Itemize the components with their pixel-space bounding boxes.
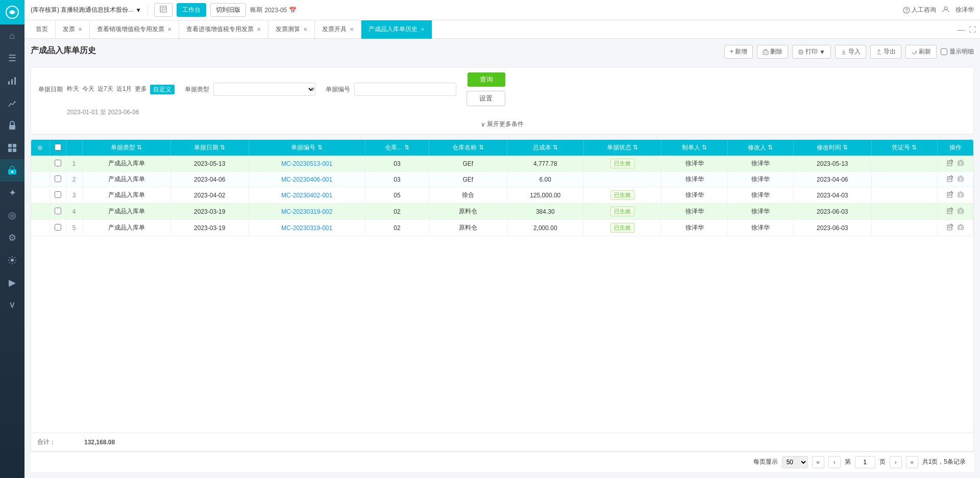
cell-checkbox[interactable]	[50, 204, 66, 220]
number-link[interactable]: MC-20230319-002	[281, 208, 332, 215]
type-filter-select[interactable]	[213, 83, 315, 96]
tab-invoice-close[interactable]: ✕	[78, 27, 82, 32]
number-link[interactable]: MC-20230319-001	[281, 224, 332, 232]
sidebar-item-settings[interactable]	[0, 249, 24, 271]
refresh-btn[interactable]: 刷新	[905, 45, 937, 59]
company-selector[interactable]: (库存核算) 直播轻跑通信息技术股份... ▼	[31, 6, 141, 14]
tab-purchase-vat-close[interactable]: ✕	[257, 27, 261, 32]
cell-checkbox[interactable]	[50, 156, 66, 172]
col-warehouse-name[interactable]: 仓库名称 ⇅	[429, 140, 507, 156]
sidebar-item-inventory[interactable]	[0, 159, 24, 182]
edit-icon[interactable]	[947, 207, 954, 216]
tab-home[interactable]: 首页	[29, 20, 56, 39]
query-btn[interactable]: 查询	[468, 72, 505, 87]
col-settings[interactable]: ⚙	[31, 140, 50, 156]
col-voucher[interactable]: 凭证号 ⇅	[871, 140, 937, 156]
date-more[interactable]: 更多	[135, 85, 147, 94]
cell-checkbox[interactable]	[50, 172, 66, 187]
support-btn[interactable]: 人工咨询	[903, 6, 936, 14]
tab-invoice-calc-close[interactable]: ✕	[303, 27, 307, 32]
new-btn[interactable]: + 新增	[724, 45, 753, 59]
delete-row-icon[interactable]	[957, 191, 964, 199]
tab-sales-vat-close[interactable]: ✕	[167, 27, 172, 32]
date-7days[interactable]: 近7天	[97, 85, 113, 94]
export-btn[interactable]: 导出	[870, 45, 901, 59]
tab-minimize-icon[interactable]: —	[958, 26, 965, 34]
edit-icon[interactable]	[947, 191, 954, 199]
delete-row-icon[interactable]	[957, 207, 964, 216]
prev-page-btn[interactable]: ‹	[828, 456, 841, 468]
tab-product-in-close[interactable]: ✕	[421, 27, 425, 32]
col-type[interactable]: 单据类型 ⇅	[82, 140, 170, 156]
app-logo[interactable]	[0, 0, 24, 24]
col-warehouse-code[interactable]: 仓库... ⇅	[365, 140, 429, 156]
cell-number[interactable]: MC-20230513-001	[249, 156, 365, 172]
cell-number[interactable]: MC-20230319-002	[249, 204, 365, 220]
cell-checkbox[interactable]	[50, 220, 66, 236]
expand-btn[interactable]: ∨ 展开更多条件	[481, 120, 524, 129]
workbench-btn[interactable]: 工作台	[177, 3, 206, 17]
sidebar-item-v[interactable]: V	[0, 294, 24, 316]
next-page-btn[interactable]: ›	[890, 456, 902, 468]
number-link[interactable]: MC-20230406-001	[281, 176, 332, 183]
sidebar-item-config[interactable]: ⚙	[0, 227, 24, 249]
edit-icon[interactable]	[947, 175, 954, 184]
tab-invoice[interactable]: 发票 ✕	[56, 20, 90, 39]
delete-row-icon[interactable]	[957, 159, 964, 168]
doc-template-btn[interactable]	[154, 3, 173, 17]
sidebar-item-chart[interactable]	[0, 69, 24, 92]
col-status[interactable]: 单据状态 ⇅	[583, 140, 662, 156]
col-date[interactable]: 单据日期 ⇅	[170, 140, 249, 156]
date-yesterday[interactable]: 昨天	[67, 85, 79, 94]
import-btn[interactable]: 导入	[835, 45, 866, 59]
tab-invoice-open-close[interactable]: ✕	[350, 27, 354, 32]
tab-sales-vat[interactable]: 查看销项增值税专用发票 ✕	[90, 20, 179, 39]
delete-row-icon[interactable]	[957, 175, 964, 184]
col-creator[interactable]: 制单人 ⇅	[662, 140, 727, 156]
user-name[interactable]: 徐泽华	[955, 6, 974, 14]
col-number[interactable]: 单据编号 ⇅	[249, 140, 365, 156]
sidebar-item-lock[interactable]	[0, 114, 24, 137]
sidebar-item-doc[interactable]: ☰	[0, 47, 24, 69]
number-filter-input[interactable]	[354, 83, 456, 96]
sidebar-item-home[interactable]: ⌂	[0, 24, 24, 47]
tab-invoice-calc[interactable]: 发票测算 ✕	[268, 20, 315, 39]
cell-number[interactable]: MC-20230402-001	[249, 187, 365, 204]
delete-btn[interactable]: 删除	[757, 45, 788, 59]
cell-number[interactable]: MC-20230319-001	[249, 220, 365, 236]
number-link[interactable]: MC-20230402-001	[281, 192, 332, 199]
date-1month[interactable]: 近1月	[116, 85, 132, 94]
date-custom[interactable]: 自定义	[150, 85, 175, 94]
sidebar-item-analytics[interactable]	[0, 92, 24, 114]
select-all-checkbox[interactable]	[55, 144, 61, 150]
date-today[interactable]: 今天	[82, 85, 94, 94]
cell-number[interactable]: MC-20230406-001	[249, 172, 365, 187]
col-select-all[interactable]	[50, 140, 66, 156]
tab-product-in[interactable]: 产成品入库单历史 ✕	[361, 20, 432, 39]
page-number-input[interactable]	[855, 456, 875, 468]
show-detail-toggle[interactable]: 显示明细	[941, 47, 974, 56]
switch-btn[interactable]: 切到旧版	[210, 3, 246, 17]
tab-maximize-icon[interactable]: ⛶	[969, 26, 976, 34]
tab-invoice-open[interactable]: 发票开具 ✕	[315, 20, 361, 39]
col-total-cost[interactable]: 总成本 ⇅	[507, 140, 583, 156]
sidebar-item-stamp[interactable]: ✦	[0, 182, 24, 204]
sidebar-item-video[interactable]: ▶	[0, 271, 24, 294]
first-page-btn[interactable]: «	[812, 456, 824, 468]
edit-icon[interactable]	[947, 223, 954, 232]
sidebar-item-cert[interactable]: ◎	[0, 204, 24, 227]
set-btn[interactable]: 设置	[467, 91, 505, 106]
period-calendar-icon[interactable]: 📅	[289, 7, 297, 14]
col-modify-time[interactable]: 修改时间 ⇅	[793, 140, 871, 156]
tab-purchase-vat[interactable]: 查看进项增值税专用发票 ✕	[179, 20, 268, 39]
cell-checkbox[interactable]	[50, 187, 66, 204]
sidebar-item-org[interactable]	[0, 137, 24, 159]
last-page-btn[interactable]: »	[906, 456, 918, 468]
delete-row-icon[interactable]	[957, 223, 964, 232]
per-page-select[interactable]: 50 100	[782, 456, 808, 468]
number-link[interactable]: MC-20230513-001	[281, 160, 332, 167]
show-detail-checkbox[interactable]	[941, 48, 947, 55]
col-modifier[interactable]: 修改人 ⇅	[727, 140, 793, 156]
print-btn[interactable]: 打印 ▼	[792, 45, 831, 59]
edit-icon[interactable]	[947, 159, 954, 168]
